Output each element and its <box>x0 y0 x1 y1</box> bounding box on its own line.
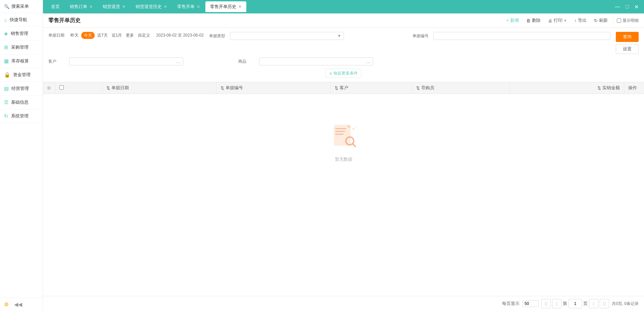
tab-sales-return[interactable]: 销货退货 ✕ <box>98 1 130 12</box>
filter-settings-button[interactable]: 设置 <box>616 44 639 54</box>
empty-illustration <box>327 121 360 151</box>
svg-rect-3 <box>335 134 344 135</box>
th-salesperson-sort-icon[interactable]: ⇅ <box>416 86 420 91</box>
customer-filter-label: 客户 <box>48 59 67 64</box>
maximize-button[interactable]: □ <box>624 3 631 10</box>
tab-sales-order[interactable]: 销售订单 ✕ <box>65 1 97 12</box>
goods-input-dots-icon[interactable]: … <box>366 59 370 64</box>
page-nav: ⟨⟨ ⟨ 第 页 ⟩ ⟩⟩ <box>541 299 609 308</box>
export-button[interactable]: ↑ 导出 <box>573 16 589 25</box>
tab-home[interactable]: 首页 <box>46 1 64 12</box>
sidebar-bottom: ⚙ ◀◀ <box>0 298 43 311</box>
th-actions-label: 操作 <box>628 85 637 90</box>
bill-no-input[interactable] <box>433 32 610 40</box>
delete-label: 删除 <box>532 17 541 23</box>
delete-button[interactable]: 🗑 删除 <box>524 16 543 25</box>
sidebar-item-quick-nav[interactable]: ⌂ 快捷导航 <box>0 13 43 27</box>
collapse-chevron-icon: ∧ <box>329 71 332 76</box>
date-opt-yesterday[interactable]: 昨天 <box>69 32 80 39</box>
date-opt-custom[interactable]: 自定义 <box>137 32 151 39</box>
table-header-row: ⚙ ⇅ 单据日期 ⇅ <box>43 82 644 94</box>
customer-input-dots-icon[interactable]: … <box>176 59 181 64</box>
collapse-sidebar-icon[interactable]: ◀◀ <box>14 301 22 308</box>
close-sales-return-tab[interactable]: ✕ <box>122 4 126 9</box>
th-salesperson: ⇅ 导购员 <box>412 82 510 94</box>
sidebar-item-label: 快捷导航 <box>10 17 27 23</box>
customer-input-wrap: … <box>69 57 183 65</box>
data-table: ⚙ ⇅ 单据日期 ⇅ <box>43 82 644 94</box>
close-button[interactable]: ✕ <box>632 3 641 11</box>
tab-retail-open[interactable]: 零售开单 ✕ <box>172 1 205 12</box>
finance-icon: 🔒 <box>4 72 10 78</box>
search-menu-item[interactable]: 🔍 搜索采单 <box>0 0 43 13</box>
search-icon: 🔍 <box>4 4 9 9</box>
select-all-checkbox[interactable] <box>59 85 64 90</box>
th-bill-no-label: 单据编号 <box>226 85 243 91</box>
print-button[interactable]: 🖨 打印 ▼ <box>546 16 569 25</box>
date-opt-7days[interactable]: 近7天 <box>96 32 109 39</box>
per-page-label: 每页显示 <box>502 301 519 307</box>
pagination: 每页显示 50 10 20 100 ⟨⟨ ⟨ 第 页 ⟩ ⟩⟩ 共0页, 0条记… <box>43 296 644 311</box>
print-dropdown-icon: ▼ <box>564 19 567 22</box>
sidebar-item-inventory[interactable]: ▦ 库存核算 <box>0 54 43 68</box>
prev-page-button[interactable]: ⟨ <box>552 299 561 308</box>
close-retail-open-tab[interactable]: ✕ <box>197 4 200 9</box>
date-opt-1month[interactable]: 近1月 <box>110 32 123 39</box>
system-icon: ↻ <box>4 113 8 119</box>
date-opt-today[interactable]: 今天 <box>81 32 95 39</box>
tab-sales-return-history[interactable]: 销货退货历史 ✕ <box>131 1 172 12</box>
first-page-button[interactable]: ⟨⟨ <box>541 299 551 308</box>
goods-input[interactable] <box>259 57 373 65</box>
inventory-icon: ▦ <box>4 58 9 64</box>
th-settings[interactable]: ⚙ <box>43 82 55 94</box>
sidebar-item-system-mgmt[interactable]: ↻ 系统管理 <box>0 109 43 123</box>
add-button[interactable]: + 新增 <box>504 16 521 25</box>
sidebar-item-purchase-mgmt[interactable]: ⊞ 采购管理 <box>0 41 43 54</box>
th-customer-sort-icon[interactable]: ⇅ <box>335 86 338 91</box>
column-settings-icon[interactable]: ⚙ <box>47 86 51 91</box>
th-actions: 操作 <box>624 82 644 94</box>
page-label: 第 <box>563 301 567 307</box>
page-number-input[interactable] <box>568 299 582 308</box>
sidebar-item-operations[interactable]: ▤ 经营管理 <box>0 82 43 96</box>
customer-input[interactable] <box>69 57 183 65</box>
th-date-sort-icon[interactable]: ⇅ <box>106 86 110 91</box>
minimize-button[interactable]: — <box>613 3 622 10</box>
tab-retail-open-history[interactable]: 零售开单历史 ✕ <box>205 1 246 12</box>
th-amount-label: 实销金额 <box>602 85 620 91</box>
print-icon: 🖨 <box>548 18 552 23</box>
last-page-button[interactable]: ⟩⟩ <box>600 299 609 308</box>
per-page-select[interactable]: 50 10 20 100 <box>522 300 539 307</box>
content-area: 零售开单历史 + 新增 🗑 删除 🖨 打印 ▼ ↑ 导出 <box>43 13 644 311</box>
date-opt-more[interactable]: 更多 <box>125 32 135 39</box>
type-select[interactable] <box>230 32 344 40</box>
th-bill-no-sort-icon[interactable]: ⇅ <box>220 86 224 91</box>
show-detail-toggle[interactable]: 显示明细 <box>617 18 639 23</box>
show-detail-label: 显示明细 <box>623 18 639 23</box>
sidebar-item-label: 基础信息 <box>11 99 29 105</box>
date-options: 昨天 今天 近7天 近1月 更多 自定义 <box>69 32 151 39</box>
show-detail-checkbox-input[interactable] <box>617 18 621 23</box>
sidebar-item-sales-mgmt[interactable]: ◈ 销售管理 <box>0 27 43 41</box>
toolbar-divider <box>613 17 613 23</box>
svg-rect-1 <box>335 128 346 129</box>
type-filter-label: 单据类型 <box>209 33 228 39</box>
close-sales-order-tab[interactable]: ✕ <box>89 4 93 9</box>
refresh-button[interactable]: ↻ 刷新 <box>592 16 610 25</box>
query-button[interactable]: 查询 <box>616 32 639 42</box>
home-icon: ⌂ <box>4 17 7 23</box>
window-controls: — □ ✕ <box>613 3 641 11</box>
filter-area: 单据日期 昨天 今天 近7天 近1月 更多 自定义 2023-06-02 至 2… <box>43 28 644 82</box>
sidebar-item-finance[interactable]: 🔒 资金管理 <box>0 68 43 82</box>
close-sales-return-history-tab[interactable]: ✕ <box>164 4 167 9</box>
print-label: 打印 <box>554 17 562 23</box>
th-amount-sort-icon[interactable]: ⇅ <box>597 86 601 91</box>
sidebar-item-basic-info[interactable]: ☰ 基础信息 <box>0 96 43 109</box>
settings-icon[interactable]: ⚙ <box>4 301 9 308</box>
sidebar-item-label: 采购管理 <box>11 44 29 50</box>
close-retail-open-history-tab[interactable]: ✕ <box>238 4 242 9</box>
type-select-wrap: ▼ <box>230 32 344 40</box>
next-page-button[interactable]: ⟩ <box>589 299 598 308</box>
collapse-filter-button[interactable]: ∧ 收起更多条件 <box>326 69 361 78</box>
sidebar-item-label: 资金管理 <box>13 72 31 78</box>
